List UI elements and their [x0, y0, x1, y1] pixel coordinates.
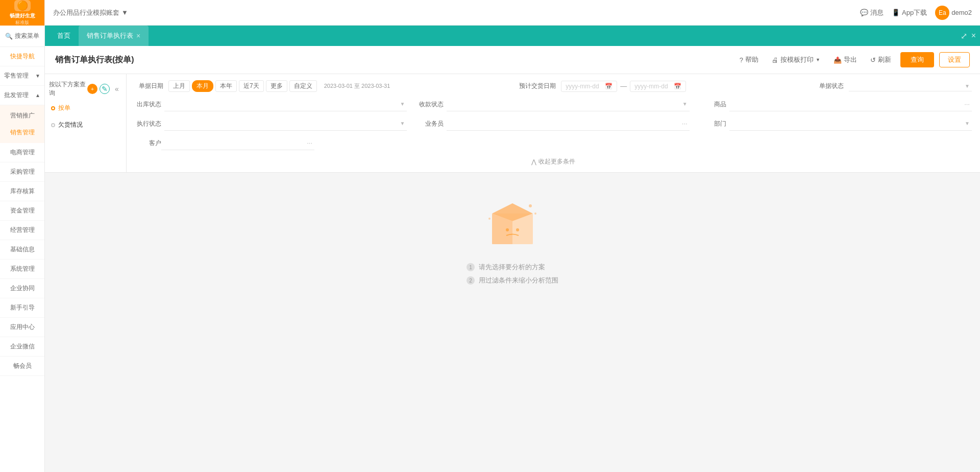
filter-rows-2: 出库状态 ▼ 收款状态 ▼ 商品 ···	[135, 97, 972, 111]
sidebar: 🟠 畅捷好生意 标准版 🔍 搜索菜单 快捷导航 零售管理 ▼ 批发管理 ▲ 营销…	[0, 0, 45, 472]
expected-date-end[interactable]: yyyy-mm-dd 📅	[630, 81, 686, 92]
sidebar-item-quick-nav[interactable]: 快捷导航	[0, 47, 44, 66]
dept-dropdown-icon: ▼	[965, 121, 970, 126]
collapse-label: 收起更多条件	[538, 157, 575, 166]
tab-close-window-button[interactable]: ×	[971, 31, 976, 40]
svg-point-5	[534, 213, 536, 215]
expected-date-start[interactable]: yyyy-mm-dd 📅	[561, 81, 617, 92]
tab-home[interactable]: 首页	[49, 26, 79, 46]
empty-hint-text-2: 用过滤条件来缩小分析范围	[479, 276, 558, 285]
sidebar-search[interactable]: 🔍 搜索菜单	[0, 26, 44, 47]
add-solution-button[interactable]: +	[87, 84, 97, 94]
tab-close-icon[interactable]: ×	[136, 32, 140, 40]
chevron-down-icon: ▼	[35, 73, 40, 79]
tab-bar-actions: ⤢ ×	[961, 31, 976, 41]
content-main: 1 请先选择要分析的方案 2 用过滤条件来缩小分析范围	[45, 173, 980, 305]
dept-dropdown[interactable]: ▼	[729, 116, 972, 131]
top-header: 办公用品行业模拟账套 ▼ 💬 消息 📱 App下载 Ea demo2	[45, 0, 980, 26]
expected-date-start-placeholder: yyyy-mm-dd	[566, 83, 599, 90]
solution-actions: + ✎ «	[87, 84, 122, 94]
date-shortcut-prev-month[interactable]: 上月	[168, 80, 190, 92]
refresh-icon: ↺	[870, 56, 876, 64]
status-dropdown[interactable]: ▼	[849, 81, 972, 91]
salesman-input[interactable]: ···	[447, 116, 689, 131]
logo-sub: 标准版	[15, 19, 29, 26]
exec-status-dropdown[interactable]: ▼	[164, 116, 407, 131]
sidebar-item-app-center[interactable]: 应用中心	[0, 318, 44, 337]
filter-fields: 单据日期 上月 本月 本年 近7天 更多 自定义 2023-03-01 至 20…	[127, 74, 980, 172]
customer-input[interactable]: ···	[161, 136, 314, 150]
user-avatar[interactable]: Ea demo2	[935, 6, 972, 20]
expected-date-end-placeholder: yyyy-mm-dd	[634, 83, 668, 90]
sidebar-item-enterprise-wechat[interactable]: 企业微信	[0, 337, 44, 357]
export-button[interactable]: 📤 导出	[829, 53, 861, 66]
sidebar-item-sales-mgmt[interactable]: 销售管理	[0, 124, 44, 141]
solution-panel: 按以下方案查询 + ✎ « 按单 欠货情况	[45, 74, 127, 172]
tab-maximize-button[interactable]: ⤢	[961, 31, 967, 41]
message-icon: 💬	[860, 9, 868, 16]
app-download-icon: 📱	[892, 9, 900, 16]
ship-status-row: 出库状态 ▼	[135, 97, 407, 111]
setting-button[interactable]: 设置	[939, 52, 970, 67]
export-icon: 📤	[834, 56, 842, 64]
date-shortcut-this-year[interactable]: 本年	[215, 80, 237, 92]
query-button[interactable]: 查询	[900, 52, 934, 67]
sidebar-item-basic-info[interactable]: 基础信息	[0, 240, 44, 259]
search-label: 搜索菜单	[15, 32, 39, 40]
goods-label: 商品	[700, 100, 726, 109]
exec-dropdown-icon: ▼	[400, 121, 405, 126]
date-shortcut-custom[interactable]: 自定义	[289, 80, 317, 92]
exec-status-row: 执行状态 ▼	[135, 116, 407, 131]
sidebar-item-inventory[interactable]: 库存核算	[0, 182, 44, 201]
sidebar-item-finance[interactable]: 资金管理	[0, 201, 44, 221]
svg-point-4	[529, 204, 532, 207]
sidebar-item-enterprise[interactable]: 企业协同	[0, 279, 44, 298]
sidebar-item-new-guide[interactable]: 新手引导	[0, 298, 44, 318]
sidebar-item-member[interactable]: 畅会员	[0, 357, 44, 376]
chevron-up-icon: ▲	[35, 92, 40, 98]
solution-item-1[interactable]: 欠货情况	[45, 116, 126, 133]
chevron-down-icon: ▼	[965, 83, 970, 89]
help-icon: ?	[740, 56, 743, 64]
refresh-button[interactable]: ↺ 刷新	[866, 53, 895, 66]
edit-solution-button[interactable]: ✎	[100, 84, 110, 94]
solution-item-dot-0	[51, 106, 55, 110]
export-label: 导出	[844, 55, 857, 64]
salesman-more-icon: ···	[682, 120, 688, 127]
user-name: demo2	[951, 9, 972, 16]
sidebar-item-marketing[interactable]: 营销推广	[0, 107, 44, 124]
sidebar-item-operations[interactable]: 经营管理	[0, 221, 44, 240]
ship-status-dropdown[interactable]: ▼	[164, 97, 407, 111]
svg-point-7	[506, 228, 509, 231]
sidebar-item-ecommerce[interactable]: 电商管理	[0, 143, 44, 162]
calendar-icon: 📅	[605, 83, 612, 90]
collection-status-label: 收款状态	[417, 100, 444, 109]
goods-more-icon: ···	[964, 100, 970, 108]
sidebar-item-system[interactable]: 系统管理	[0, 259, 44, 279]
main-area: 办公用品行业模拟账套 ▼ 💬 消息 📱 App下载 Ea demo2 首页	[45, 0, 980, 472]
collapse-solution-button[interactable]: «	[112, 84, 122, 94]
print-button[interactable]: 🖨 按模板打印 ▼	[768, 53, 824, 66]
tab-sales-order[interactable]: 销售订单执行表 ×	[79, 26, 149, 46]
goods-input[interactable]: ···	[729, 97, 972, 111]
tab-home-label: 首页	[57, 31, 70, 40]
empty-hint-text-1: 请先选择要分析的方案	[479, 263, 545, 272]
sidebar-item-retail[interactable]: 零售管理 ▼	[0, 66, 44, 86]
solution-item-0[interactable]: 按单	[45, 100, 126, 116]
date-shortcut-more[interactable]: 更多	[266, 80, 287, 92]
message-button[interactable]: 💬 消息	[860, 8, 884, 17]
empty-hint-num-1: 1	[467, 263, 475, 271]
date-shortcut-this-month[interactable]: 本月	[192, 80, 213, 92]
sidebar-item-purchase[interactable]: 采购管理	[0, 162, 44, 182]
collection-status-dropdown[interactable]: ▼	[447, 97, 689, 111]
help-button[interactable]: ? 帮助	[736, 53, 763, 66]
filter-area: 按以下方案查询 + ✎ « 按单 欠货情况	[45, 74, 980, 173]
content: 销售订单执行表(按单) ? 帮助 🖨 按模板打印 ▼ 📤 导出 ↺ 刷新	[45, 46, 980, 472]
svg-point-8	[516, 228, 519, 231]
solution-header: 按以下方案查询 + ✎ «	[45, 78, 126, 100]
collapse-bar[interactable]: ⋀ 收起更多条件	[135, 153, 972, 170]
search-menu-button[interactable]: 🔍 搜索菜单	[3, 30, 41, 42]
sidebar-item-wholesale[interactable]: 批发管理 ▲	[0, 86, 44, 105]
date-shortcut-7days[interactable]: 近7天	[239, 80, 264, 92]
app-download-button[interactable]: 📱 App下载	[892, 8, 927, 17]
